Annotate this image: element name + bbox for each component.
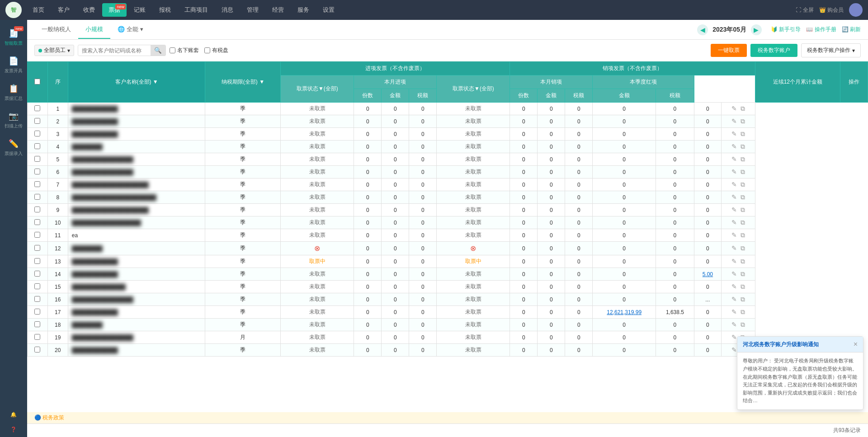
copy-btn[interactable]: ⧉ [740,308,746,315]
copy-btn[interactable]: ⧉ [740,296,746,303]
copy-btn[interactable]: ⧉ [740,105,746,112]
row-checkbox[interactable] [34,271,40,277]
copy-btn[interactable]: ⧉ [740,258,746,265]
row-checkbox[interactable] [34,118,40,124]
row-checkbox[interactable] [34,321,40,327]
copy-btn[interactable]: ⧉ [740,321,746,328]
edit-btn[interactable]: ✎ [731,193,738,201]
nav-home[interactable]: 首页 [26,3,51,17]
search-button[interactable]: 🔍 [151,45,165,56]
edit-btn[interactable]: ✎ [731,258,738,265]
edit-btn[interactable]: ✎ [731,105,738,112]
row-checkbox[interactable] [34,334,40,340]
nav-invoice[interactable]: 票据 new [102,3,127,17]
period-prev-btn[interactable]: ◀ [697,24,708,35]
copy-btn[interactable]: ⧉ [740,193,746,201]
row-checkbox[interactable] [34,347,40,352]
row-checkbox[interactable] [34,258,40,264]
row-checkbox[interactable] [34,131,40,136]
nav-operation[interactable]: 经营 [266,3,290,17]
tab-small-scale[interactable]: 小规模 [78,21,110,39]
sidebar-item-smart-fetch[interactable]: 🧾 new 智能取票 [0,23,27,51]
tax-operation-btn[interactable]: 税务数字账户操作 ▾ [801,43,861,57]
sidebar-help[interactable]: ❓ [0,422,27,437]
row-checkbox[interactable] [34,143,40,149]
row-checkbox[interactable] [34,245,40,251]
copy-btn[interactable]: ⧉ [740,155,746,163]
copy-btn[interactable]: ⧉ [740,181,746,188]
nav-settings[interactable]: 设置 [316,3,341,17]
edit-btn[interactable]: ✎ [731,206,738,213]
row-checkbox[interactable] [34,283,40,289]
copy-btn[interactable]: ⧉ [740,143,746,150]
edit-btn[interactable]: ✎ [731,231,738,239]
nav-fee[interactable]: 收费 [77,3,101,17]
fetch-ticket-btn[interactable]: 一键取票 [711,44,747,57]
select-all-checkbox[interactable] [34,79,40,85]
row-checkbox[interactable] [34,156,40,162]
checkbox-account-input[interactable] [170,47,175,53]
edit-btn[interactable]: ✎ [731,321,738,328]
row-checkbox[interactable] [34,232,40,238]
row-checkbox[interactable] [34,219,40,225]
sidebar-item-summary[interactable]: 📋 票据汇总 [0,79,27,106]
edit-btn[interactable]: ✎ [731,283,738,290]
tab-all[interactable]: 🌐 全能 ▾ [110,21,151,39]
row-checkbox[interactable] [34,169,40,174]
nav-client[interactable]: 客户 [52,3,76,17]
copy-btn[interactable]: ⧉ [740,117,746,125]
search-input[interactable] [78,46,151,56]
edit-btn[interactable]: ✎ [731,244,738,252]
edit-btn[interactable]: ✎ [731,296,738,303]
copy-btn[interactable]: ⧉ [740,206,746,213]
cell-output-count: 0 [510,242,538,255]
tax-account-btn[interactable]: 税务数字账户 [750,44,797,57]
period-next-btn[interactable]: ▶ [751,24,762,35]
copy-btn[interactable]: ⧉ [740,168,746,175]
row-checkbox[interactable] [34,105,40,111]
edit-btn[interactable]: ✎ [731,155,738,163]
copy-btn[interactable]: ⧉ [740,283,746,290]
nav-service[interactable]: 服务 [291,3,316,17]
row-checkbox[interactable] [34,309,40,315]
user-avatar[interactable] [849,3,863,17]
nav-accounting[interactable]: 记账 [127,3,152,17]
row-checkbox[interactable] [34,207,40,212]
tab-general-taxpayer[interactable]: 一般纳税人 [34,21,78,39]
row-checkbox[interactable] [34,296,40,302]
edit-btn[interactable]: ✎ [731,270,738,277]
edit-btn[interactable]: ✎ [731,219,738,226]
edit-btn[interactable]: ✎ [731,181,738,188]
manual-btn[interactable]: 📖 操作手册 [806,26,836,33]
checkbox-tax-disk-input[interactable] [204,47,210,53]
nav-manage[interactable]: 管理 [241,3,265,17]
sidebar-item-entry[interactable]: ✏️ 票据录入 [0,134,27,161]
refresh-btn[interactable]: 🔄 刷新 [842,26,861,33]
row-checkbox[interactable] [34,181,40,187]
notification-close-btn[interactable]: × [854,340,858,348]
sidebar-item-invoice-open[interactable]: 📄 发票开具 [0,51,27,79]
edit-btn[interactable]: ✎ [731,130,738,137]
checkbox-account[interactable]: 名下账套 [170,47,199,54]
copy-btn[interactable]: ⧉ [740,270,746,277]
sidebar-item-scan[interactable]: 📷 扫描上传 [0,106,27,134]
copy-btn[interactable]: ⧉ [740,231,746,239]
copy-btn[interactable]: ⧉ [740,244,746,252]
nav-tax[interactable]: 报税 [153,3,177,17]
checkbox-tax-disk[interactable]: 有税盘 [204,47,228,54]
edit-btn[interactable]: ✎ [731,168,738,175]
employee-selector[interactable]: 全部员工 ▾ [34,45,74,56]
fullscreen-btn[interactable]: ⛶ 全屏 [796,6,813,14]
copy-btn[interactable]: ⧉ [740,130,746,137]
copy-btn[interactable]: ⧉ [740,219,746,226]
nav-business[interactable]: 工商项目 [178,3,214,17]
sidebar-notification[interactable]: 🔔 [0,407,27,422]
member-btn[interactable]: 👑 购会员 [819,6,844,14]
row-checkbox[interactable] [34,194,40,200]
edit-btn[interactable]: ✎ [731,117,738,125]
edit-btn[interactable]: ✎ [731,143,738,150]
tax-policy-bar[interactable]: 🔵 税务政策 [27,412,868,423]
guide-btn[interactable]: 🔰 新手引导 [771,26,801,33]
nav-message[interactable]: 消息 [215,3,240,17]
edit-btn[interactable]: ✎ [731,308,738,315]
